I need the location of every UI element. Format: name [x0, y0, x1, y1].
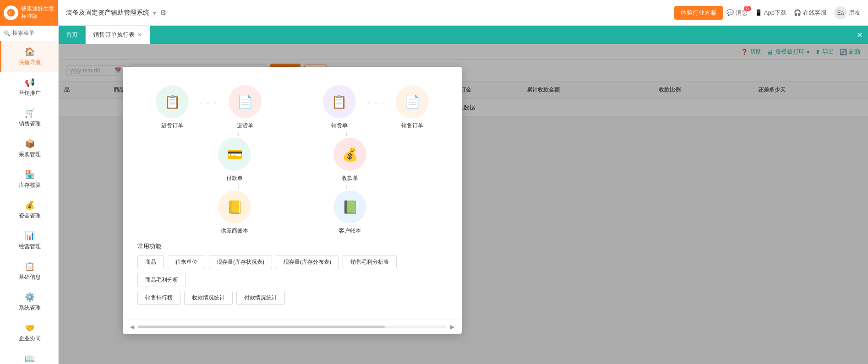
func-btn-sales-ranking[interactable]: 销售排行榜	[137, 291, 180, 305]
scroll-left-btn[interactable]: ◀	[130, 324, 134, 330]
search-menu[interactable]: 🔍 搜索菜单	[0, 26, 58, 41]
sidebar-item-finance[interactable]: 💰 资金管理	[0, 195, 58, 225]
sidebar-item-sales[interactable]: 🛒 销售管理	[0, 103, 58, 133]
sales-icon: 🛒	[25, 108, 35, 118]
settings-icon[interactable]: ⚙	[160, 8, 166, 17]
sales-bill-icon: 📋	[323, 85, 356, 118]
scrollbar-thumb	[138, 326, 385, 328]
sidebar-item-basic-info[interactable]: 📋 基础信息	[0, 256, 58, 287]
system-icon: ⚙️	[25, 292, 35, 302]
customer-ledger-node: 📗 客户账本	[333, 190, 366, 235]
receipt-node: 💰 收款单	[333, 138, 366, 182]
func-btn-sales-profit[interactable]: 销售毛利分析表	[343, 255, 397, 269]
func-btn-product[interactable]: 商品	[137, 255, 164, 269]
sidebar: 好 畅康通好生意 标准版 🔍 搜索菜单 🏠 快捷导航 📢 营销推广 🛒 销售管理	[0, 0, 59, 364]
receipt-icon: 💰	[333, 138, 366, 171]
modal-overlay[interactable]: 📋 进货订单 ·····→	[59, 44, 868, 364]
quick-nav-modal: 📋 进货订单 ·····→	[123, 67, 462, 334]
func-btn-counterparty[interactable]: 往来单位	[168, 255, 205, 269]
common-func-title: 常用功能	[137, 242, 447, 250]
svg-text:好: 好	[9, 11, 12, 15]
scroll-right-btn[interactable]: ▶	[450, 324, 454, 330]
guide-icon: 📖	[25, 353, 35, 364]
receipt-label: 收款单	[342, 174, 358, 182]
message-icon: 💬	[726, 9, 734, 16]
customer-ledger-label: 客户账本	[339, 227, 361, 235]
arrow-sales-order-to-bill: ←·····	[367, 99, 385, 106]
arrow-down-sales-bill: ↓	[326, 130, 366, 138]
logo-text: 畅康通好生意 标准版	[21, 5, 54, 20]
scrollbar-track[interactable]	[138, 326, 447, 328]
sales-order-label: 销售订单	[401, 122, 423, 130]
sidebar-item-operations[interactable]: 📊 经营管理	[0, 225, 58, 256]
sidebar-nav: 🏠 快捷导航 📢 营销推广 🛒 销售管理 📦 采购管理 🏪 库存核算 💰	[0, 41, 58, 364]
enterprise-icon: 🤝	[25, 323, 35, 333]
payment-icon: 💳	[218, 138, 251, 171]
customer-ledger-icon: 📗	[333, 190, 366, 223]
payment-label: 付款单	[226, 174, 243, 182]
supplier-ledger-node: 📒 供应商账本	[218, 190, 251, 235]
logo-icon: 好	[4, 5, 18, 20]
main-area: 装备及固定资产辅助管理系统 ▾ ⚙ 体验行业方案 💬 消息 6 📱 App下载 …	[59, 0, 868, 364]
sidebar-item-system[interactable]: ⚙️ 系统管理	[0, 287, 58, 317]
user-menu[interactable]: Ea 用友	[834, 6, 861, 19]
experience-btn[interactable]: 体验行业方案	[674, 6, 723, 20]
app-logo: 好 畅康通好生意 标准版	[0, 0, 58, 26]
payment-node: 💳 付款单	[218, 138, 251, 182]
sidebar-item-marketing[interactable]: 📢 营销推广	[0, 72, 58, 103]
common-func-section: 常用功能 商品 往来单位 现存量(库存状况表) 现存量(库存分布表) 销售毛利分…	[137, 242, 447, 305]
operations-icon: 📊	[25, 231, 35, 241]
sidebar-item-inventory[interactable]: 🏪 库存核算	[0, 164, 58, 195]
tab-sales-order-exec[interactable]: 销售订单执行表 ✕	[86, 26, 150, 44]
modal-content: 📋 进货订单 ·····→	[123, 67, 462, 320]
tabbar: 首页 销售订单执行表 ✕ ✕	[59, 26, 868, 44]
sales-bill-label: 销货单	[331, 122, 348, 130]
purchase-icon: 📦	[25, 139, 35, 149]
tab-close-icon[interactable]: ✕	[137, 32, 142, 38]
message-badge: 6	[744, 6, 751, 11]
system-title: 装备及固定资产辅助管理系统 ▾ ⚙	[66, 8, 671, 17]
service-icon: 🎧	[794, 9, 801, 16]
sidebar-item-guide[interactable]: 📖 新手引导	[0, 348, 58, 364]
arrow-down-receipt: ↓	[326, 182, 366, 190]
basic-info-icon: 📋	[25, 261, 35, 272]
sidebar-item-purchase[interactable]: 📦 采购管理	[0, 133, 58, 164]
search-icon: 🔍	[4, 30, 11, 37]
purchase-order-label: 进货订单	[161, 122, 183, 130]
arrow-down-payment: ↓	[218, 182, 258, 190]
func-btn-inventory-status[interactable]: 现存量(库存状况表)	[209, 255, 272, 269]
func-btn-inventory-dist[interactable]: 现存量(库存分布表)	[276, 255, 339, 269]
avatar: Ea	[834, 6, 847, 19]
func-btn-receipt-stats[interactable]: 收款情况统计	[184, 291, 233, 305]
sales-bill-node: 📋 销货单	[323, 85, 356, 130]
sales-order-icon: 📄	[396, 85, 429, 118]
download-icon: 📱	[755, 9, 762, 16]
close-all-tabs-btn[interactable]: ✕	[851, 26, 868, 44]
func-btn-payment-stats[interactable]: 付款情况统计	[236, 291, 285, 305]
finance-icon: 💰	[25, 200, 35, 210]
purchase-order-icon: 📋	[156, 85, 189, 118]
sidebar-item-enterprise[interactable]: 🤝 企业协同	[0, 317, 58, 348]
arrow-purchase-to-bill: ·····→	[200, 99, 218, 106]
supplier-ledger-icon: 📒	[218, 190, 251, 223]
purchase-bill-label: 进货单	[237, 122, 253, 130]
app-download-btn[interactable]: 📱 App下载	[755, 9, 786, 17]
purchase-order-node: 📋 进货订单	[156, 85, 189, 130]
content-area: ❓ 帮助 🖨 按模板打印 ▾ ⬆ 导出 🔄 刷新	[59, 44, 868, 364]
purchase-bill-node: 📄 进货单	[229, 85, 262, 130]
message-btn[interactable]: 💬 消息 6	[726, 9, 748, 17]
online-service-btn[interactable]: 🎧 在线客服	[794, 9, 827, 17]
topbar: 装备及固定资产辅助管理系统 ▾ ⚙ 体验行业方案 💬 消息 6 📱 App下载 …	[59, 0, 868, 26]
supplier-ledger-label: 供应商账本	[221, 227, 248, 235]
tab-home[interactable]: 首页	[59, 26, 86, 44]
home-icon: 🏠	[25, 47, 35, 57]
func-btn-row-1: 商品 往来单位 现存量(库存状况表) 现存量(库存分布表) 销售毛利分析表 商品…	[137, 255, 447, 287]
sales-order-node: 📄 销售订单	[396, 85, 429, 130]
func-btn-row-2: 销售排行榜 收款情况统计 付款情况统计	[137, 291, 447, 305]
inventory-icon: 🏪	[25, 169, 35, 179]
dropdown-arrow-icon[interactable]: ▾	[153, 9, 156, 16]
topbar-right: 💬 消息 6 📱 App下载 🎧 在线客服 Ea 用友	[726, 6, 861, 19]
func-btn-product-profit[interactable]: 商品毛利分析	[137, 273, 186, 287]
sidebar-item-quick-nav[interactable]: 🏠 快捷导航	[0, 41, 58, 72]
modal-scrollbar: ◀ ▶	[123, 320, 462, 334]
